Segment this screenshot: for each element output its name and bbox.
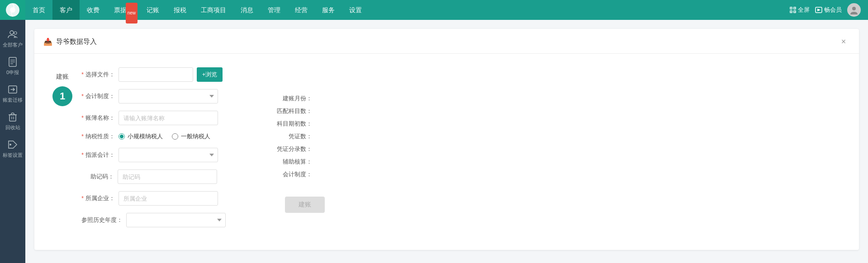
main-content: 📥 导爷数据导入 × 建账 1 选择文件：: [25, 20, 868, 263]
tax-small-label[interactable]: 小规模纳税人: [119, 132, 163, 141]
sidebar-item-declaration-label: 0申报: [6, 69, 19, 76]
accountant-label: 指派会计：: [81, 151, 115, 159]
sidebar-item-account-migrate[interactable]: 账套迁移: [0, 80, 25, 107]
ticket-badge: new: [126, 3, 138, 23]
ledger-input[interactable]: [119, 111, 218, 125]
sidebar-item-declaration[interactable]: 0申报: [0, 52, 25, 80]
info-row-voucher-entries: 凭证分录数：: [271, 145, 325, 153]
company-input[interactable]: [119, 191, 218, 206]
build-account-button[interactable]: 建账: [285, 197, 325, 213]
svg-rect-4: [790, 11, 792, 13]
tax-label: 纳税性质：: [81, 132, 115, 141]
panel-title-icon: 📥: [43, 38, 52, 46]
info-row-match: 匹配科目数：: [271, 107, 325, 115]
sidebar-item-all-clients[interactable]: 全部客户: [0, 24, 25, 52]
nav-item-home[interactable]: 首页: [25, 0, 52, 20]
accounting-select[interactable]: [119, 89, 218, 103]
history-row: 参照历史年度：: [81, 213, 244, 227]
nav-item-clients[interactable]: 客户: [52, 0, 80, 20]
nav-item-ticket[interactable]: 票据 new: [107, 0, 139, 20]
nav-item-fee[interactable]: 收费: [80, 0, 107, 20]
info-voucher-label: 凭证数：: [271, 132, 312, 141]
step-block: 建账 1 选择文件： +浏览 会计制度：: [52, 67, 244, 227]
main-layout: 全部客户 0申报 账套迁移 回收站 标签设置: [0, 20, 868, 263]
tax-general-radio[interactable]: [172, 133, 178, 140]
info-row-month: 建账月份：: [271, 94, 325, 103]
info-voucher-entries-label: 凭证分录数：: [271, 145, 312, 153]
sidebar-item-account-migrate-label: 账套迁移: [3, 97, 23, 103]
file-label: 选择文件：: [81, 70, 115, 79]
company-label: 所属企业：: [81, 194, 115, 202]
form-column: 选择文件： +浏览 会计制度： 账簿: [81, 67, 244, 227]
logo[interactable]: [0, 0, 25, 20]
ledger-label: 账簿名称：: [81, 114, 115, 122]
sidebar-item-recycle[interactable]: 回收站: [0, 107, 25, 135]
step-circle: 1: [52, 86, 72, 106]
panel-title: 📥 导爷数据导入: [43, 38, 97, 46]
info-aux-label: 辅助核算：: [271, 158, 312, 166]
recycle-icon: [6, 112, 19, 122]
nav-items: 首页 客户 收费 票据 new 记账 报税 工商项目 消息 管理 经营 服务 设…: [25, 0, 790, 20]
accounting-label: 会计制度：: [81, 92, 115, 100]
play-icon: [815, 7, 822, 13]
info-panel: 建账月份： 匹配科目数： 科目期初数： 凭证数：: [271, 67, 325, 227]
info-row-init: 科目期初数：: [271, 120, 325, 128]
declaration-icon: [6, 56, 19, 67]
panel-header: 📥 导爷数据导入 ×: [34, 29, 859, 54]
nav-item-tax[interactable]: 报税: [166, 0, 194, 20]
form-area: 建账 1 选择文件： +浏览 会计制度：: [34, 54, 859, 236]
build-btn-wrap: 建账: [271, 192, 325, 213]
nav-item-message[interactable]: 消息: [233, 0, 261, 20]
info-month-label: 建账月份：: [271, 94, 312, 103]
svg-rect-5: [794, 11, 796, 13]
info-row-voucher: 凭证数：: [271, 132, 325, 141]
sidebar-item-tag-settings[interactable]: 标签设置: [0, 135, 25, 162]
info-match-label: 匹配科目数：: [271, 107, 312, 115]
account-migrate-icon: [6, 84, 19, 95]
tag-settings-icon: [6, 139, 19, 150]
browse-button[interactable]: +浏览: [197, 67, 223, 82]
memo-label: 助记码：: [81, 173, 114, 181]
close-button[interactable]: ×: [837, 35, 850, 48]
accountant-select[interactable]: [119, 148, 218, 162]
nav-item-operation[interactable]: 经营: [288, 0, 315, 20]
nav-item-settings[interactable]: 设置: [342, 0, 369, 20]
nav-item-bookkeeping[interactable]: 记账: [139, 0, 166, 20]
svg-marker-7: [817, 9, 821, 11]
history-select[interactable]: [126, 213, 226, 227]
accountant-row: 指派会计：: [81, 148, 244, 162]
nav-item-manage[interactable]: 管理: [261, 0, 288, 20]
svg-rect-3: [794, 7, 796, 9]
all-clients-icon: [6, 29, 19, 40]
info-row-accounting: 会计制度：: [271, 170, 325, 178]
info-row-aux: 辅助核算：: [271, 158, 325, 166]
sidebar: 全部客户 0申报 账套迁移 回收站 标签设置: [0, 20, 25, 263]
panel-title-text: 导爷数据导入: [56, 38, 97, 46]
tax-small-radio[interactable]: [119, 133, 125, 140]
nav-item-business[interactable]: 工商项目: [194, 0, 233, 20]
nav-item-service[interactable]: 服务: [315, 0, 342, 20]
fullscreen-btn[interactable]: 全屏: [790, 6, 810, 14]
file-input[interactable]: [119, 67, 193, 82]
accounting-row: 会计制度：: [81, 89, 244, 103]
history-label: 参照历史年度：: [81, 216, 123, 224]
memo-input[interactable]: [118, 169, 217, 184]
svg-point-20: [9, 144, 11, 146]
fullscreen-icon: [790, 7, 796, 13]
file-row: 选择文件： +浏览: [81, 67, 244, 82]
info-init-label: 科目期初数：: [271, 120, 312, 128]
tax-small-text: 小规模纳税人: [128, 132, 163, 141]
svg-point-8: [852, 7, 856, 10]
nav-right: 全屏 畅会员: [790, 3, 868, 17]
tax-radio-group: 小规模纳税人 一般纳税人: [119, 132, 210, 141]
step-label: 建账: [56, 73, 69, 81]
svg-rect-16: [9, 115, 16, 121]
ledger-row: 账簿名称：: [81, 111, 244, 125]
tax-general-label[interactable]: 一般纳税人: [172, 132, 210, 141]
member-btn[interactable]: 畅会员: [815, 6, 842, 14]
user-avatar[interactable]: [847, 3, 861, 17]
memo-row: 助记码：: [81, 169, 244, 184]
top-nav: 首页 客户 收费 票据 new 记账 报税 工商项目 消息 管理 经营 服务 设…: [0, 0, 868, 20]
tax-general-text: 一般纳税人: [181, 132, 210, 141]
company-row: 所属企业：: [81, 191, 244, 206]
